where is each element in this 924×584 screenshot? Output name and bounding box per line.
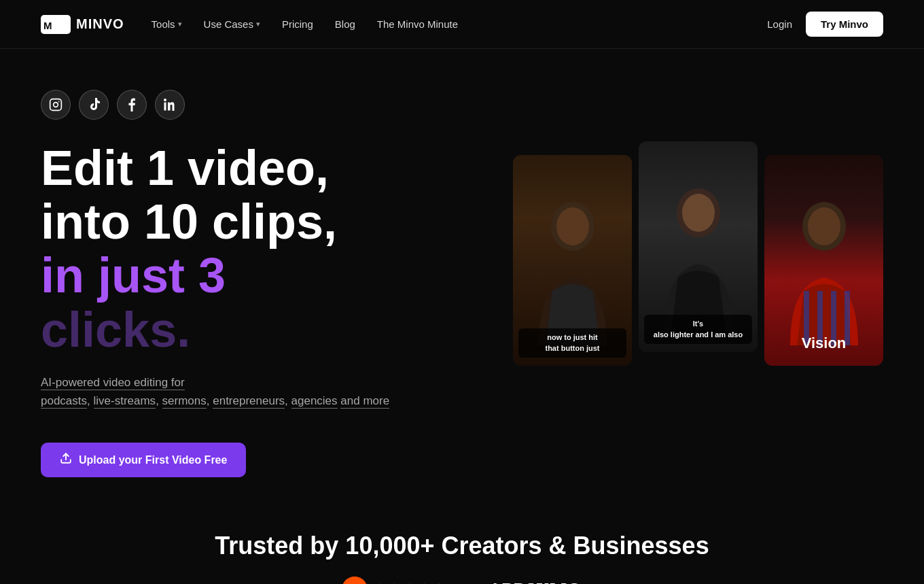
nav-right: Login Try Minvo <box>767 12 883 37</box>
trusted-title: Trusted by 10,000+ Creators & Businesses <box>41 532 883 560</box>
facebook-icon[interactable] <box>117 90 147 120</box>
hero-heading: Edit 1 video, into 10 clips, in just 3 c… <box>41 141 389 357</box>
nav-item-blog[interactable]: Blog <box>335 18 355 30</box>
social-icons-row <box>41 90 883 120</box>
subtitle-tag-entrepreneurs: entrepreneurs <box>213 394 285 409</box>
g2-stars: ★★★★★ <box>373 581 448 584</box>
nav-item-tools[interactable]: Tools ▾ <box>152 18 182 30</box>
try-minvo-button[interactable]: Try Minvo <box>806 12 883 37</box>
video-caption-2: It'salso lighter and I am also <box>644 315 752 344</box>
nav-item-pricing[interactable]: Pricing <box>282 18 313 30</box>
subtitle-tag-agencies: agencies <box>291 394 338 409</box>
upload-icon <box>60 452 72 468</box>
hero-section: Edit 1 video, into 10 clips, in just 3 c… <box>0 49 924 477</box>
g2-icon: G2 <box>342 577 368 584</box>
chevron-down-icon: ▾ <box>256 20 260 29</box>
logo-icon: M <box>41 15 71 34</box>
svg-rect-2 <box>50 99 62 111</box>
svg-point-4 <box>58 101 60 103</box>
person-silhouette-1 <box>532 196 614 345</box>
hero-title-line1: Edit 1 video, <box>41 141 389 195</box>
video-thumb-2: It'salso lighter and I am also <box>639 141 758 352</box>
hero-text: Edit 1 video, into 10 clips, in just 3 c… <box>41 141 389 477</box>
chevron-down-icon: ▾ <box>178 20 182 29</box>
video-caption-1: now to just hitthat button just <box>518 328 626 358</box>
logo[interactable]: M MINVO <box>41 15 124 34</box>
subtitle-tag-livestreams: live-streams <box>94 394 156 409</box>
video-vision-label: Vision <box>802 334 847 352</box>
trusted-section: Trusted by 10,000+ Creators & Businesses… <box>0 491 924 584</box>
subtitle-tag-sermons: sermons <box>162 394 207 409</box>
svg-point-11 <box>808 207 840 245</box>
navigation: M MINVO Tools ▾ Use Cases ▾ Pricing <box>0 0 924 49</box>
g2-logo: G2 ★★★★★ <box>342 577 448 584</box>
nav-left: M MINVO Tools ▾ Use Cases ▾ Pricing <box>41 15 458 34</box>
svg-point-3 <box>54 103 58 107</box>
tiktok-icon[interactable] <box>79 90 109 120</box>
nav-item-use-cases[interactable]: Use Cases ▾ <box>204 18 260 30</box>
hero-title-line3: in just 3 <box>41 249 389 303</box>
video-thumb-3: Vision <box>764 155 883 366</box>
svg-text:M: M <box>43 20 52 31</box>
hero-subtitle: AI-powered video editing for podcasts, l… <box>41 373 389 410</box>
appsumo-logo: APPSUMO <box>488 579 582 584</box>
video-thumbnails: now to just hitthat button just It'salso… <box>513 141 883 366</box>
upload-button[interactable]: Upload your First Video Free <box>41 443 246 477</box>
nav-item-minvo-minute[interactable]: The Minvo Minute <box>377 18 458 30</box>
subtitle-tag-podcasts: podcasts <box>41 394 87 409</box>
svg-point-9 <box>682 194 715 232</box>
instagram-icon[interactable] <box>41 90 71 120</box>
trusted-logos: G2 ★★★★★ APPSUMO <box>41 577 883 584</box>
nav-links: Tools ▾ Use Cases ▾ Pricing Blog <box>152 18 459 30</box>
brand-name: MINVO <box>76 16 124 32</box>
svg-point-7 <box>556 207 589 245</box>
video-thumb-1: now to just hitthat button just <box>513 155 632 366</box>
hero-content: Edit 1 video, into 10 clips, in just 3 c… <box>41 141 883 477</box>
person-silhouette-3 <box>783 196 865 345</box>
hero-title-line4: clicks. <box>41 303 389 357</box>
person-silhouette-2 <box>658 182 739 332</box>
linkedin-icon[interactable] <box>155 90 185 120</box>
login-button[interactable]: Login <box>767 18 792 30</box>
hero-title-line2: into 10 clips, <box>41 195 389 249</box>
